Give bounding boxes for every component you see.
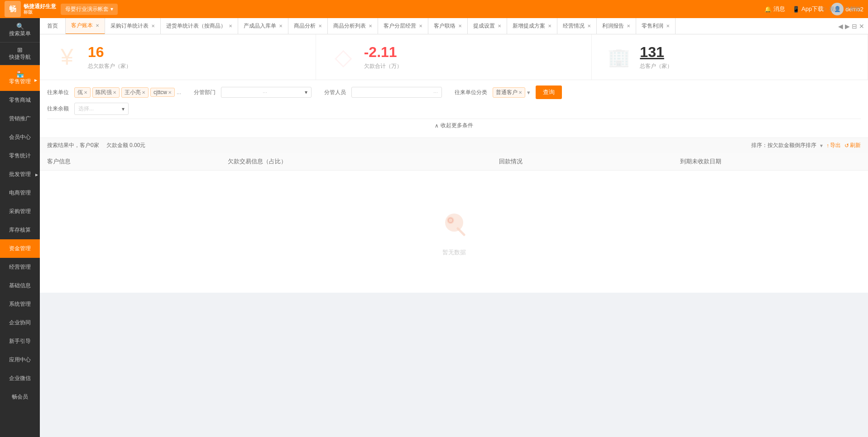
chevron-up-icon: ∧ <box>435 123 439 129</box>
balance-filter-select[interactable]: 选择... ▾ <box>74 103 129 115</box>
close-icon[interactable]: ✕ <box>369 24 372 28</box>
close-icon[interactable]: ✕ <box>627 24 630 28</box>
sidebar-item-basic-info[interactable]: 基础信息 <box>0 276 40 295</box>
remove-tag-cjttcw[interactable]: ✕ <box>168 90 172 95</box>
tab-close-all-icon[interactable]: ✕ <box>859 23 864 30</box>
close-icon[interactable]: ✕ <box>498 24 501 28</box>
dept-filter-select[interactable]: ··· ▾ <box>221 87 312 98</box>
empty-state: 暂无数据 <box>40 171 868 293</box>
remove-tag-normal-customer[interactable]: ✕ <box>518 90 522 95</box>
sidebar-item-enterprise[interactable]: 企业协同 <box>0 314 40 332</box>
close-icon[interactable]: ✕ <box>229 24 232 28</box>
tab-purchase-order-stats[interactable]: 采购订单统计表 ✕ <box>105 18 161 34</box>
sidebar-item-retail-stats[interactable]: 零售统计 <box>0 147 40 165</box>
sidebar-item-member2[interactable]: 畅会员 <box>0 388 40 406</box>
tab-commission-setting[interactable]: 提成设置 ✕ <box>468 18 507 34</box>
stat-card-debt-customers: ¥ 16 总欠款客户（家） <box>40 34 316 80</box>
remove-tag-wa[interactable]: ✕ <box>84 90 87 95</box>
table-header-payment-status: 回款情况 <box>499 157 680 166</box>
top-bar: 畅 畅捷通好生意 标版 母婴行业演示帐套 ▾ 🔔 消息 📱 App下载 👤 de… <box>0 0 868 18</box>
filter-row-1: 往来单位 佤 ✕ 陈民强 ✕ 王小亮 <box>47 86 861 99</box>
close-icon[interactable]: ✕ <box>419 24 422 28</box>
tab-scroll-right-icon[interactable]: ▶ <box>845 23 850 30</box>
sidebar-item-retail-management[interactable]: 🏪 零售管理 ▶ <box>0 65 40 91</box>
chevron-down-icon: ▾ <box>110 6 113 12</box>
sidebar-item-marketing[interactable]: 营销推广 <box>0 109 40 128</box>
tab-bar-actions: ◀ ▶ ⊟ ✕ <box>834 23 868 30</box>
close-icon[interactable]: ✕ <box>666 24 670 28</box>
diamond-icon: ◇ <box>330 43 357 71</box>
close-icon[interactable]: ✕ <box>96 23 99 28</box>
sidebar-item-ecommerce[interactable]: 电商管理 <box>0 184 40 202</box>
stat-card-debt-total: ◇ -2.11 欠款合计（万） <box>316 34 592 80</box>
result-info: 搜索结果中，客户0家 欠款金额 0.00元 <box>47 142 145 149</box>
sidebar-item-label: 新手引导 <box>3 337 37 345</box>
tab-label: 提成设置 <box>473 22 495 30</box>
debt-amount: 欠款金额 0.00元 <box>106 142 146 149</box>
sidebar-item-label: 基础信息 <box>3 282 37 290</box>
collapse-filter-button[interactable]: ∧ 收起更多条件 <box>47 119 861 132</box>
close-icon[interactable]: ✕ <box>587 24 591 28</box>
table-header-customer-info: 客户信息 <box>47 157 228 166</box>
logo-text: 畅捷通好生意 <box>24 3 56 10</box>
close-icon[interactable]: ✕ <box>151 24 155 28</box>
sidebar-item-finance[interactable]: 资金管理 <box>0 239 40 258</box>
tab-home[interactable]: 首页 <box>40 18 66 34</box>
tab-customer-contact[interactable]: 客户联络 ✕ <box>428 18 468 34</box>
logo: 畅 畅捷通好生意 标版 <box>5 1 56 17</box>
balance-filter-label: 往来余额 <box>47 105 69 113</box>
sidebar-item-label: 企业微信 <box>3 375 37 382</box>
tab-retail-profit[interactable]: 零售利润 ✕ <box>636 18 676 34</box>
sidebar-item-wholesale[interactable]: 批发管理 ▶ <box>0 165 40 184</box>
tab-expand-icon[interactable]: ⊟ <box>852 23 857 30</box>
sidebar-item-operations[interactable]: 经营管理 <box>0 258 40 276</box>
chevron-down-icon: ▾ <box>527 89 530 96</box>
tab-new-commission-plan[interactable]: 新增提成方案 ✕ <box>507 18 557 34</box>
sort-label: 排序：按欠款金额倒序排序 <box>751 142 816 149</box>
tab-product-inbound[interactable]: 产成品入库单 ✕ <box>238 18 288 34</box>
more-tags-button[interactable]: ... <box>177 89 181 95</box>
tab-customer-tier[interactable]: 客户分层经营 ✕ <box>378 18 428 34</box>
tab-label: 商品分析列表 <box>333 22 366 30</box>
sidebar-item-retail-mall[interactable]: 零售商城 <box>0 91 40 109</box>
sidebar-search[interactable]: 🔍 搜索菜单 <box>0 18 40 43</box>
tab-purchase-stats-by-product[interactable]: 进货单统计表（按商品） ✕ <box>161 18 238 34</box>
sidebar-item-purchase[interactable]: 采购管理 <box>0 202 40 221</box>
stat-card-total-customers: 🏢 131 总客户（家） <box>592 34 868 80</box>
store-selector[interactable]: 母婴行业演示帐套 ▾ <box>61 4 118 15</box>
tab-profit-report[interactable]: 利润报告 ✕ <box>597 18 636 34</box>
remove-tag-chenminqiang[interactable]: ✕ <box>113 90 116 95</box>
person-filter-select[interactable]: ··· <box>351 87 442 98</box>
query-button[interactable]: 查询 <box>536 86 562 99</box>
close-icon[interactable]: ✕ <box>548 24 551 28</box>
sidebar-item-member[interactable]: 会员中心 <box>0 128 40 147</box>
chevron-down-icon[interactable]: ▾ <box>820 142 823 149</box>
sidebar-item-newbie[interactable]: 新手引导 <box>0 332 40 351</box>
export-button[interactable]: ↑ 导出 <box>826 142 841 149</box>
sidebar-item-system[interactable]: 系统管理 <box>0 295 40 314</box>
more-icon: ··· <box>263 89 267 95</box>
close-icon[interactable]: ✕ <box>318 24 322 28</box>
filter-tag-cjttcw: cjttcw ✕ <box>150 88 175 97</box>
tab-product-analysis[interactable]: 商品分析 ✕ <box>288 18 328 34</box>
tab-label: 利润报告 <box>602 22 624 30</box>
close-icon[interactable]: ✕ <box>458 24 462 28</box>
svg-line-2 <box>458 228 464 235</box>
refresh-button[interactable]: ↺ 刷新 <box>844 142 861 149</box>
tab-customer-ledger[interactable]: 客户账本 ✕ <box>66 18 105 34</box>
remove-tag-wangxiaoliang[interactable]: ✕ <box>142 90 145 95</box>
sidebar: 🔍 搜索菜单 ⊞ 快捷导航 🏪 零售管理 ▶ 零售商城 营销推广 会员中心 <box>0 18 40 437</box>
sidebar-item-wechat[interactable]: 企业微信 <box>0 369 40 388</box>
filter-tag-normal-customer: 普通客户 ✕ <box>493 87 525 98</box>
close-icon[interactable]: ✕ <box>279 24 283 28</box>
tab-product-analysis-list[interactable]: 商品分析列表 ✕ <box>328 18 378 34</box>
grid-icon: ⊞ <box>3 46 37 53</box>
sidebar-item-inventory[interactable]: 库存核算 <box>0 221 40 239</box>
sidebar-item-app-center[interactable]: 应用中心 <box>0 351 40 369</box>
sidebar-quick-nav[interactable]: ⊞ 快捷导航 <box>0 43 40 65</box>
tab-business-status[interactable]: 经营情况 ✕ <box>557 18 597 34</box>
messages-button[interactable]: 🔔 消息 <box>764 5 785 13</box>
home-label: 首页 <box>47 22 58 30</box>
tab-scroll-left-icon[interactable]: ◀ <box>838 23 843 30</box>
app-download-button[interactable]: 📱 App下载 <box>792 5 824 13</box>
